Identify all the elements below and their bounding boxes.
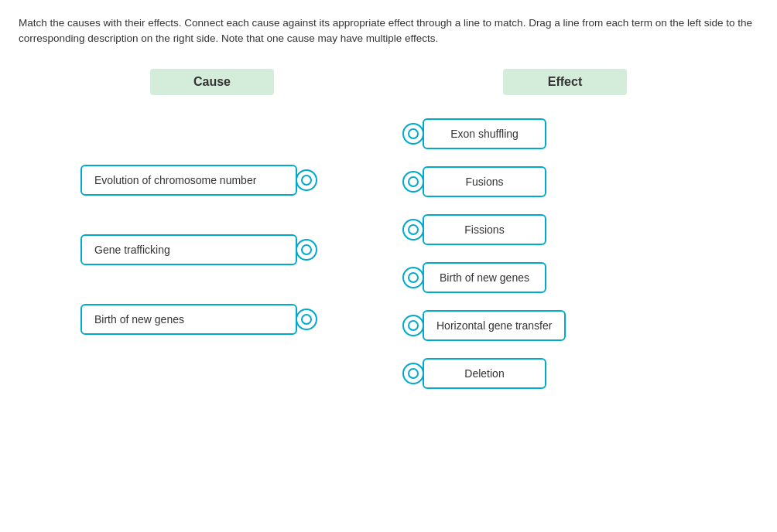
effect-label-6: Deletion xyxy=(464,367,504,380)
matching-container: Cause Evolution of chromosome number Gen… xyxy=(19,69,758,406)
cause-connector-2[interactable] xyxy=(296,239,317,261)
effect-connector-6[interactable] xyxy=(402,363,424,384)
effect-connector-3[interactable] xyxy=(402,219,424,240)
effect-items-list: Exon shuffling Fusions Fissions xyxy=(402,118,727,406)
effect-label-5: Horizontal gene transfer xyxy=(436,319,552,332)
effect-label-4: Birth of new genes xyxy=(440,271,529,284)
effect-connector-inner-2 xyxy=(408,176,419,187)
effect-item-2: Fusions xyxy=(402,166,704,197)
cause-connector-inner-1 xyxy=(301,175,312,186)
cause-item-3: Birth of new genes xyxy=(80,304,375,335)
effect-item-6: Deletion xyxy=(402,358,704,389)
cause-header: Cause xyxy=(50,69,375,95)
cause-label-3: Birth of new genes xyxy=(94,313,184,326)
effect-box-6: Deletion xyxy=(423,358,546,389)
effect-box-3: Fissions xyxy=(423,214,546,245)
effect-item-5: Horizontal gene transfer xyxy=(402,310,704,341)
effect-connector-inner-5 xyxy=(408,320,419,331)
cause-item-1: Evolution of chromosome number xyxy=(80,165,375,196)
effect-item-3: Fissions xyxy=(402,214,704,245)
effect-box-5: Horizontal gene transfer xyxy=(423,310,566,341)
effect-item-4: Birth of new genes xyxy=(402,262,704,293)
effect-header: Effect xyxy=(402,69,727,95)
cause-item-2: Gene trafficking xyxy=(80,234,375,265)
cause-connector-inner-3 xyxy=(301,314,312,325)
effect-item-1: Exon shuffling xyxy=(402,118,704,149)
effect-connector-inner-6 xyxy=(408,368,419,379)
effect-box-4: Birth of new genes xyxy=(423,262,546,293)
cause-connector-1[interactable] xyxy=(296,169,317,191)
effect-column: Effect Exon shuffling Fusions xyxy=(402,69,727,406)
cause-connector-inner-2 xyxy=(301,244,312,255)
effect-connector-inner-1 xyxy=(408,128,419,139)
effect-connector-5[interactable] xyxy=(402,315,424,336)
cause-connector-3[interactable] xyxy=(296,309,317,330)
effect-label-1: Exon shuffling xyxy=(450,128,519,140)
cause-box-2: Gene trafficking xyxy=(80,234,297,265)
effect-connector-inner-4 xyxy=(408,272,419,283)
effect-connector-inner-3 xyxy=(408,224,419,235)
cause-items-list: Evolution of chromosome number Gene traf… xyxy=(50,165,375,373)
effect-connector-1[interactable] xyxy=(402,123,424,145)
cause-label-2: Gene trafficking xyxy=(94,244,170,256)
effect-label-2: Fusions xyxy=(465,176,503,188)
cause-header-box: Cause xyxy=(150,69,274,95)
effect-box-1: Exon shuffling xyxy=(423,118,546,149)
effect-connector-2[interactable] xyxy=(402,171,424,193)
cause-box-1: Evolution of chromosome number xyxy=(80,165,297,196)
cause-box-3: Birth of new genes xyxy=(80,304,297,335)
instructions-text: Match the causes with their effects. Con… xyxy=(19,15,758,47)
cause-label-1: Evolution of chromosome number xyxy=(94,174,256,186)
effect-header-box: Effect xyxy=(503,69,627,95)
effect-connector-4[interactable] xyxy=(402,267,424,288)
effect-label-3: Fissions xyxy=(464,223,504,236)
cause-column: Cause Evolution of chromosome number Gen… xyxy=(50,69,375,373)
effect-box-2: Fusions xyxy=(423,166,546,197)
